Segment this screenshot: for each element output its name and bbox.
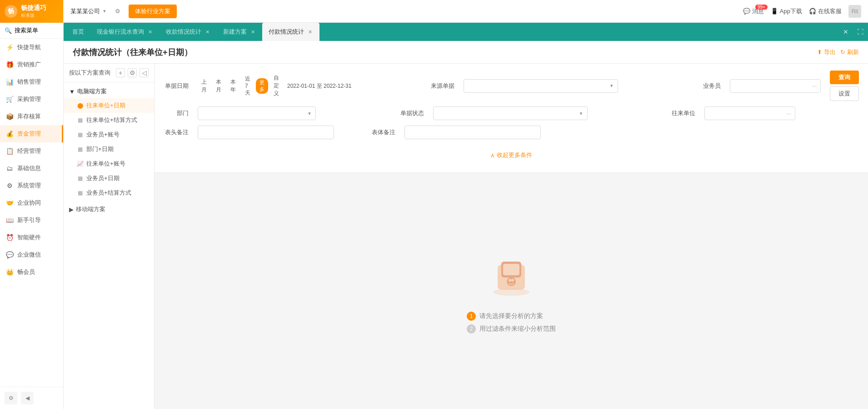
scheme-partner-date[interactable]: ⬤ 往来单位+日期 — [64, 98, 154, 113]
date-tab-last-7days[interactable]: 近7天 — [241, 74, 254, 98]
tab-close-bank-flow[interactable]: ✕ — [147, 29, 153, 35]
left-panel-header: 按以下方案查询 + ⚙ ◁ — [64, 64, 154, 82]
collapse-more-conditions-btn[interactable]: ∧ 收起更多条件 — [481, 148, 541, 162]
scheme-dept-date[interactable]: ▦ 部门+日期 — [64, 142, 154, 157]
scheme-staff-account[interactable]: ▦ 业务员+账号 — [64, 127, 154, 142]
purchase-icon: 🛒 — [5, 95, 14, 103]
tab-receipt-stats[interactable]: 收款情况统计 ✕ — [160, 23, 217, 41]
table-header-note-input[interactable] — [198, 126, 334, 139]
settings-btn[interactable]: 设置 — [830, 86, 859, 101]
scheme-label: 往来单位+日期 — [86, 101, 125, 110]
active-scheme-icon: ⬤ — [76, 102, 84, 109]
desktop-group-header[interactable]: ▼ 电脑端方案 — [64, 85, 154, 98]
tab-payment-stats[interactable]: 付款情况统计 ✕ — [262, 23, 319, 41]
sidebar-item-label: 系统管理 — [17, 182, 41, 190]
staff-select[interactable]: ··· — [730, 79, 821, 93]
maximize-btn[interactable]: ⛶ — [855, 26, 866, 37]
company-selector[interactable]: 某某某公司 ▼ — [70, 7, 107, 15]
sidebar-item-label: 企业微信 — [17, 251, 41, 259]
message-btn[interactable]: 💬 消息 99+ — [743, 7, 764, 15]
query-btn[interactable]: 查询 — [830, 71, 859, 84]
scheme-staff-settle[interactable]: ▦ 业务员+结算方式 — [64, 186, 154, 200]
close-all-tabs-btn[interactable]: ✕ — [840, 26, 851, 37]
sidebar-item-purchase[interactable]: 🛒 采购管理 — [0, 91, 63, 108]
tip-text-1: 请先选择要分析的方案 — [479, 312, 543, 320]
sidebar-item-smart-hw[interactable]: ⏰ 智能硬件 — [0, 229, 63, 246]
filter-row-2: 部门 ▼ 单据状态 ▼ 往来单位 ··· — [164, 106, 859, 120]
table-body-note-input[interactable] — [404, 126, 541, 139]
sidebar-brand: 畅捷通巧 标准版 — [21, 4, 46, 19]
sidebar-item-member[interactable]: 👑 畅会员 — [0, 263, 63, 281]
sys-mgmt-icon: ⚙ — [5, 182, 14, 190]
collapse-panel-btn[interactable]: ◁ — [140, 68, 149, 77]
tab-new-scheme[interactable]: 新建方案 ✕ — [217, 23, 262, 41]
source-doc-select[interactable]: ▼ — [464, 79, 618, 93]
date-tab-this-year[interactable]: 本年 — [227, 77, 239, 95]
sidebar-item-label: 智能硬件 — [17, 233, 41, 242]
left-panel-actions: + ⚙ ◁ — [116, 68, 149, 77]
page-header: 付款情况统计（往来单位+日期） ⬆ 导出 ↻ 刷新 — [64, 41, 868, 64]
scheme-settings-btn[interactable]: ⚙ — [128, 68, 137, 77]
company-dropdown-icon: ▼ — [102, 9, 107, 14]
date-tabs: 上月 本月 本年 近7天 更多 自定义 — [198, 73, 283, 99]
sidebar-settings-btn[interactable]: ⚙ — [5, 392, 17, 404]
sidebar-item-marketing[interactable]: 🎁 营销推广 — [0, 56, 63, 73]
mobile-group-header[interactable]: ▶ 移动端方案 — [64, 202, 154, 216]
sidebar-item-beginner[interactable]: 📖 新手引导 — [0, 212, 63, 229]
sidebar-item-sys-mgmt[interactable]: ⚙ 系统管理 — [0, 177, 63, 194]
date-tab-more[interactable]: 更多 — [256, 78, 268, 94]
scheme-partner-settle[interactable]: ▦ 往来单位+结算方式 — [64, 113, 154, 127]
app-download-btn[interactable]: 📱 App下载 — [771, 7, 802, 15]
partner-select[interactable]: ··· — [704, 106, 795, 120]
tab-home-label: 首页 — [72, 28, 84, 36]
date-tab-custom[interactable]: 自定义 — [270, 73, 283, 99]
date-tab-last-month[interactable]: 上月 — [198, 77, 210, 95]
date-tab-this-month[interactable]: 本月 — [212, 77, 225, 95]
add-scheme-btn[interactable]: + — [116, 68, 125, 77]
filter-row-3: 表头备注 表体备注 — [164, 126, 859, 139]
sidebar-item-finance[interactable]: 💰 资金管理 — [0, 125, 63, 142]
sidebar-item-corp-wechat[interactable]: 💬 企业微信 — [0, 246, 63, 263]
scheme-chart-icon: 📈 — [76, 160, 84, 167]
sidebar-item-corp-collab[interactable]: 🤝 企业协同 — [0, 194, 63, 212]
user-avatar[interactable]: Rit — [848, 5, 861, 18]
trial-industry-btn[interactable]: 体验行业方案 — [129, 5, 177, 18]
sidebar-item-inventory[interactable]: 📦 库存核算 — [0, 108, 63, 125]
header-gear-btn[interactable]: ⚙ — [111, 5, 124, 18]
sidebar-search-btn[interactable]: 🔍 搜索菜单 — [0, 23, 63, 39]
empty-state: 1 请先选择要分析的方案 2 用过滤条件来缩小分析范围 — [155, 173, 868, 409]
scheme-label: 业务员+账号 — [86, 131, 120, 139]
export-btn[interactable]: ⬆ 导出 — [817, 48, 836, 56]
date-range-display: 2022-01-01 至 2022-12-31 — [287, 82, 351, 90]
empty-illustration — [484, 249, 539, 305]
sidebar-item-label: 资金管理 — [17, 130, 41, 138]
staff-label: 业务员 — [696, 82, 721, 90]
tab-close-receipt-stats[interactable]: ✕ — [204, 29, 210, 35]
export-icon: ⬆ — [817, 49, 822, 56]
tab-bank-flow[interactable]: 现金银行流水查询 ✕ — [90, 23, 160, 41]
sidebar-footer: ⚙ ◀ — [0, 387, 63, 409]
desktop-group-label: 电脑端方案 — [77, 87, 107, 96]
tab-close-payment-stats[interactable]: ✕ — [307, 29, 313, 35]
scheme-label: 业务员+日期 — [86, 174, 120, 182]
refresh-btn[interactable]: ↻ 刷新 — [840, 48, 859, 56]
online-service-btn[interactable]: 🎧 在线客服 — [809, 7, 842, 15]
scheme-staff-date[interactable]: ▦ 业务员+日期 — [64, 171, 154, 186]
tab-bar-actions: ✕ ⛶ — [840, 26, 866, 37]
partner-more-icon: ··· — [786, 110, 791, 117]
right-panel: 单据日期 上月 本月 本年 近7天 更多 自定义 2022-01-01 至 20… — [155, 64, 868, 409]
tab-home[interactable]: 首页 — [66, 23, 90, 41]
beginner-icon: 📖 — [5, 216, 14, 224]
sidebar-item-operations[interactable]: 📋 经营管理 — [0, 142, 63, 160]
scheme-partner-account[interactable]: 📈 往来单位+账号 — [64, 157, 154, 171]
sidebar-item-basic-info[interactable]: 🗂 基础信息 — [0, 160, 63, 177]
sidebar-menu: ⚡ 快捷导航 🎁 营销推广 📊 销售管理 🛒 采购管理 📦 库存核算 💰 资金管… — [0, 39, 63, 387]
sidebar-collapse-btn[interactable]: ◀ — [21, 392, 34, 404]
sidebar-item-sales[interactable]: 📊 销售管理 — [0, 73, 63, 91]
doc-status-select[interactable]: ▼ — [433, 106, 588, 120]
tab-close-new-scheme[interactable]: ✕ — [249, 29, 256, 35]
dept-select[interactable]: ▼ — [198, 106, 316, 120]
finance-icon: 💰 — [5, 130, 14, 138]
collapse-icon: ∧ — [490, 152, 495, 159]
sidebar-item-quick-nav[interactable]: ⚡ 快捷导航 — [0, 39, 63, 56]
